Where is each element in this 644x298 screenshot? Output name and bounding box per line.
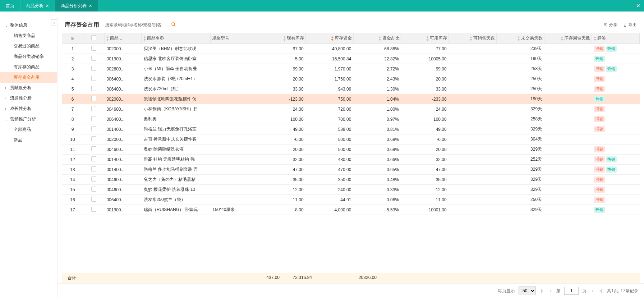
tag-badge: 滞销 <box>594 116 605 122</box>
pager-first-icon[interactable]: |‹ <box>539 288 545 293</box>
sidebar-group[interactable]: ⌄整体信息 <box>0 20 57 31</box>
checkbox[interactable] <box>91 187 96 192</box>
checkbox[interactable] <box>91 86 96 91</box>
sidebar-item[interactable]: 销售类商品 <box>0 31 57 41</box>
table-row[interactable]: 8006400...奥利奥100.00700.000.97%100.00258天… <box>62 114 640 124</box>
svg-point-0 <box>172 22 175 25</box>
column-header[interactable]: ▲▼商品... <box>104 33 141 44</box>
checkbox[interactable] <box>91 106 96 111</box>
checkbox[interactable] <box>91 156 96 161</box>
sort-icon[interactable]: ▲▼ <box>331 36 334 41</box>
table-row[interactable]: 6002000...景德镇北欧陶瓷花瓶摆件 仿-123.00750.001.04… <box>62 94 640 104</box>
table-row[interactable]: 4006400...洗发水套装（3瓶720ml+1）20.001,760.002… <box>62 74 640 84</box>
tag-badge: 热销 <box>606 156 617 162</box>
tag-badge: 滞销 <box>594 156 605 162</box>
column-header[interactable]: ⚙ <box>62 33 83 44</box>
column-header[interactable]: ▲▼商品名称 <box>142 33 211 44</box>
sort-icon[interactable]: ▲▼ <box>106 36 109 41</box>
sidebar-group[interactable]: ›成长性分析 <box>0 104 57 114</box>
tab-close-icon[interactable]: ✕ <box>89 4 92 8</box>
sort-icon[interactable]: ▲▼ <box>560 36 564 41</box>
tag-badge: 滞销 <box>594 46 605 52</box>
page-size-select[interactable]: 50 <box>519 286 536 295</box>
checkbox[interactable] <box>91 96 96 101</box>
table-row[interactable]: 2001900...信思家 北欧客厅装饰画卧室-5.0016,500.8422.… <box>62 54 640 64</box>
column-header[interactable]: ▲▼可销售天数 <box>449 33 497 44</box>
table-row[interactable]: 10002000...吉百 禅意新中式玄关摆件客-6.00500.000.69%… <box>62 134 640 145</box>
checkbox[interactable] <box>91 207 96 212</box>
sidebar-group[interactable]: ›流通性分析 <box>0 93 57 104</box>
column-header[interactable]: ▲▼可用库存 <box>401 33 449 44</box>
chevron-icon: ⌄ <box>5 117 9 121</box>
column-header[interactable]: 规格型号 <box>210 33 258 44</box>
checkbox[interactable] <box>91 116 96 121</box>
sidebar-item[interactable]: 全部商品 <box>0 124 57 135</box>
close-all-icon[interactable]: ✕ <box>636 3 640 9</box>
table-row[interactable]: 11004600...奥妙 除菌除螨洗衣液20.00500.000.69%20.… <box>62 145 640 155</box>
column-header[interactable]: ▲▼现有库存 <box>258 33 306 44</box>
search-input[interactable] <box>104 21 171 29</box>
column-header[interactable] <box>83 33 104 44</box>
table-row[interactable]: 1002000...贝汉美（BHM）创意北欧现97.0049,800.0068.… <box>62 44 640 54</box>
sidebar-item[interactable]: 新品 <box>0 135 57 145</box>
tag-badge: 滞销 <box>594 126 605 132</box>
checkbox[interactable] <box>91 76 96 81</box>
tab-商品分析列表[interactable]: 商品分析列表✕ <box>55 0 98 12</box>
sidebar-item[interactable]: 商品分类动销率 <box>0 51 57 62</box>
search-icon[interactable] <box>171 22 176 28</box>
column-header[interactable]: ▲▼库存资金 <box>306 33 354 44</box>
tag-badge: 热销 <box>594 207 605 213</box>
tab-商品分析[interactable]: 商品分析✕ <box>20 0 55 12</box>
pager-last-icon[interactable]: ›| <box>598 288 603 293</box>
checkbox[interactable] <box>91 146 96 151</box>
sidebar-group[interactable]: ›贡献度分析 <box>0 83 57 93</box>
checkbox[interactable] <box>91 46 96 51</box>
totals-row: 合计: 437.00 72,316.84 20326.00 <box>62 273 640 283</box>
sort-icon[interactable]: ▲▼ <box>469 36 473 41</box>
checkbox[interactable] <box>91 197 96 202</box>
export-button[interactable]: ⤓ 导出 <box>623 22 637 28</box>
checkbox[interactable] <box>91 66 96 71</box>
sidebar-item[interactable]: 库存资金占用 <box>0 72 57 83</box>
checkbox-all[interactable] <box>91 35 96 40</box>
table-row[interactable]: 3002600...小米（MI）雨伞 全自动折叠99.001,970.002.7… <box>62 64 640 74</box>
table-row[interactable]: 12001400...雅高 挂钩 无痕透明粘钩 强32.00480.000.66… <box>62 155 640 165</box>
gear-icon[interactable]: ⚙ <box>70 36 74 41</box>
pager-prev-icon[interactable]: ‹ <box>548 288 553 293</box>
search-box <box>104 21 176 29</box>
tab-close-icon[interactable]: ✕ <box>46 4 49 8</box>
column-header[interactable]: ▲▼未交易天数 <box>496 33 544 44</box>
table-row[interactable]: 13001400...尚格兰 多功能马桶刷套装 弄47.00470.000.65… <box>62 165 640 175</box>
sidebar-group[interactable]: ⌄营销推广分析 <box>0 114 57 124</box>
tab-首页[interactable]: 首页 <box>0 0 20 12</box>
column-header[interactable]: ▲▼库存周转天数 <box>544 33 592 44</box>
table-row[interactable]: 7004600...小林制药（KOBAYASHI）日24.00720.001.0… <box>62 104 640 114</box>
sort-icon[interactable]: ▲▼ <box>593 36 597 41</box>
sort-icon[interactable]: ▲▼ <box>283 36 286 41</box>
checkbox[interactable] <box>91 166 96 171</box>
checkbox[interactable] <box>91 136 96 141</box>
sidebar-collapse-icon[interactable]: « <box>51 19 58 26</box>
page-input[interactable] <box>564 287 579 295</box>
table-row[interactable]: 17001900...瑞尚（RUISHANG） 卧室玩150*40厘米-8.00… <box>62 205 640 215</box>
tag-badge: 滞销 <box>594 66 605 72</box>
sidebar-item[interactable]: 有库存的商品 <box>0 62 57 72</box>
table-row[interactable]: 9001400...尚格兰 强力无痕免打孔浴室49.00588.000.81%4… <box>62 124 640 134</box>
checkbox[interactable] <box>91 126 96 131</box>
sort-icon[interactable]: ▲▼ <box>426 36 429 41</box>
table-row[interactable]: 16006400...洗发水250蜜兰（袋）11.0044.910.06%11.… <box>62 195 640 205</box>
pager-next-icon[interactable]: › <box>590 288 594 293</box>
sidebar-item[interactable]: 交易过的商品 <box>0 41 57 51</box>
checkbox[interactable] <box>91 176 96 182</box>
table-row[interactable]: 5006400...洗发水720ml（瓶）33.00943.091.30%33.… <box>62 84 640 94</box>
column-header[interactable]: ▲▼标签 <box>592 33 640 44</box>
share-button[interactable]: ⇱ 分享 <box>604 22 617 28</box>
pager: 每页显示 50 |‹ ‹ 第 页 › ›| 共1页, 17条记录 <box>58 283 644 298</box>
table-row[interactable]: 14004600...兔之力（兔の力）粘毛器粘35.00350.000.48%3… <box>62 175 640 185</box>
table-row[interactable]: 15004600...奥妙 樱花柔护 洗衣凝珠 1012.00240.000.3… <box>62 185 640 195</box>
checkbox[interactable] <box>91 56 96 61</box>
sort-icon[interactable]: ▲▼ <box>143 36 146 41</box>
sort-icon[interactable]: ▲▼ <box>378 36 382 41</box>
sort-icon[interactable]: ▲▼ <box>517 36 520 41</box>
column-header[interactable]: ▲▼资金占比 <box>353 33 401 44</box>
